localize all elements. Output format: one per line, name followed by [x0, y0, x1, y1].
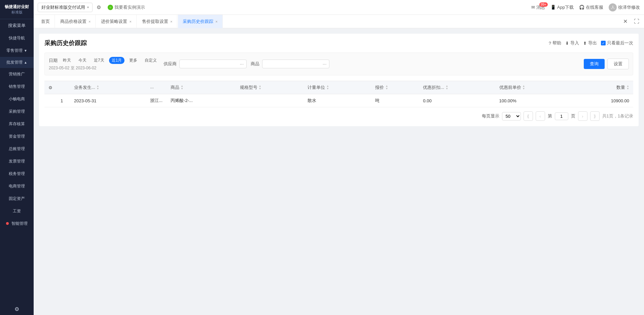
page-input[interactable]	[555, 112, 568, 120]
tab-purchase-price[interactable]: 进价策略设置 ×	[96, 15, 136, 28]
topbar-gear-icon[interactable]: ⚙	[95, 3, 102, 12]
tab-goods-price[interactable]: 商品价格设置 ×	[56, 15, 96, 28]
ledger-label: 总账管理	[9, 146, 25, 152]
supplier-input-wrapper: ···	[179, 60, 247, 68]
data-table: ⚙ 业务发生... ▲▼ ··· 商品 ▲▼	[44, 81, 633, 107]
sidebar-item-assets[interactable]: 固定资产	[0, 193, 34, 205]
ai-dot	[6, 222, 9, 225]
sidebar-item-finance[interactable]: 资金管理	[0, 130, 34, 143]
col-goods[interactable]: 商品 ▲▼	[167, 81, 236, 94]
col-gear[interactable]: ⚙	[44, 81, 57, 94]
date-btn-custom[interactable]: 自定义	[142, 57, 159, 64]
sidebar-item-wholesale[interactable]: 批发管理 ▲	[0, 57, 34, 68]
page-prev-btn[interactable]: ‹	[536, 111, 545, 121]
purchase-label: 采购管理	[9, 109, 25, 114]
import-label: 导入	[570, 40, 579, 46]
sidebar-gear-btn[interactable]: ⚙	[0, 303, 34, 315]
page-first-btn[interactable]: ⟪	[524, 111, 533, 121]
online-service-btn[interactable]: 🎧 在线客服	[579, 4, 603, 10]
tab-sale-price-close[interactable]: ×	[170, 20, 172, 24]
settings-btn[interactable]: 设置	[607, 59, 629, 69]
tab-purchase-price-close[interactable]: ×	[129, 20, 131, 24]
tab-goods-price-close[interactable]: ×	[88, 20, 91, 24]
supplier-dots[interactable]: ···	[240, 61, 244, 67]
sidebar-item-quick-nav[interactable]: 快捷导航	[0, 32, 34, 44]
sidebar-search[interactable]: 搜索菜单	[0, 19, 34, 32]
col-unit[interactable]: 计量单位 ▲▼	[303, 81, 371, 94]
tab-goods-price-label: 商品价格设置	[60, 19, 86, 25]
help-icon: ?	[549, 41, 551, 46]
tab-expand-btn[interactable]: ⛶	[632, 17, 641, 26]
sidebar-item-ledger[interactable]: 总账管理	[0, 143, 34, 155]
supplier-input[interactable]	[182, 62, 240, 67]
date-filter-group: 日期 昨天 今天 近7天 近1月 更多 自定义	[49, 57, 159, 64]
page-next-btn[interactable]: ›	[578, 111, 587, 121]
page-last-btn[interactable]: ⟫	[590, 111, 600, 121]
goods-input-wrapper: ···	[262, 60, 329, 68]
cell-date: 2023-05-31	[70, 94, 146, 107]
import-btn[interactable]: ⬇ 导入	[565, 40, 579, 46]
app-download-btn[interactable]: 📱 App下载	[550, 4, 574, 10]
col-date[interactable]: 业务发生... ▲▼	[70, 81, 146, 94]
sidebar-item-sales[interactable]: 销售管理	[0, 80, 34, 93]
date-btn-yesterday[interactable]: 昨天	[60, 57, 74, 64]
tabs-bar: 首页 商品价格设置 × 进价策略设置 × 售价提取设置 × 采购历史价跟踪 × …	[34, 15, 644, 28]
query-btn[interactable]: 查询	[584, 59, 605, 69]
tab-close-btn[interactable]: ✕	[620, 17, 630, 26]
filter-buttons: 查询 设置	[584, 59, 629, 69]
retail-label: 零售管理	[6, 48, 23, 54]
messages-btn[interactable]: ✉ 消息 99+	[531, 4, 545, 10]
sort-date-icon: ▲▼	[97, 85, 99, 90]
goods-input[interactable]	[265, 62, 322, 67]
sidebar-item-inventory[interactable]: 库存核算	[0, 118, 34, 130]
supplier-label: 供应商	[164, 61, 177, 67]
tab-purchase-history[interactable]: 采购历史价跟踪 ×	[178, 15, 222, 28]
tab-sale-price[interactable]: 售价提取设置 ×	[137, 15, 177, 28]
tab-purchase-history-close[interactable]: ×	[215, 20, 217, 24]
col-quantity[interactable]: 数量 ▲▼	[573, 81, 633, 94]
export-btn[interactable]: ⬆ 导出	[583, 40, 597, 46]
date-btn-today[interactable]: 今天	[76, 57, 89, 64]
user-menu[interactable]: 人 徐泽华修改	[609, 3, 640, 11]
col-discount[interactable]: 优惠折扣... ▲▼	[419, 81, 495, 94]
col-pre-discount[interactable]: 优惠前单价 ▲▼	[495, 81, 573, 94]
sort-spec-icon: ▲▼	[259, 85, 261, 90]
only-last-checkbox[interactable]: 只看最后一次	[601, 40, 633, 46]
date-btn-1month[interactable]: 近1月	[109, 57, 125, 64]
sidebar-item-salary[interactable]: 工资	[0, 205, 34, 217]
goods-dots[interactable]: ···	[323, 61, 327, 67]
page-header: 采购历史价跟踪 ? 帮助 ⬇ 导入 ⬆ 导出	[44, 39, 633, 47]
col-price[interactable]: 报价 ▲▼	[371, 81, 419, 94]
tab-home[interactable]: 首页	[36, 15, 55, 28]
date-btn-more[interactable]: 更多	[127, 57, 140, 64]
date-btn-7days[interactable]: 近7天	[91, 57, 107, 64]
message-icon: ✉	[531, 5, 535, 10]
sidebar-item-ecom[interactable]: 电商管理	[0, 180, 34, 193]
date-buttons: 昨天 今天 近7天 近1月 更多 自定义	[60, 57, 159, 64]
sidebar-item-ai[interactable]: 智能管理	[0, 217, 34, 230]
sidebar-item-retail[interactable]: 零售管理 ▼	[0, 44, 34, 57]
finance-label: 资金管理	[9, 134, 25, 139]
per-page-select[interactable]: 50 100 200	[502, 112, 521, 120]
col-spec[interactable]: 规格型号 ▲▼	[236, 81, 303, 94]
sidebar-item-tax[interactable]: 税务管理	[0, 168, 34, 180]
demo-link[interactable]: ○ 我要看实例演示	[108, 4, 145, 10]
sort-goods-icon: ▲▼	[181, 85, 183, 90]
tab-sale-price-label: 售价提取设置	[142, 19, 168, 25]
marketing-label: 营销推广	[9, 71, 25, 77]
sidebar: 畅捷通好业财 标准版 搜索菜单 快捷导航 零售管理 ▼ 批发管理 ▲ 营销推广 …	[0, 0, 34, 315]
page-actions: ? 帮助 ⬇ 导入 ⬆ 导出 只看最后一次	[549, 40, 633, 46]
help-btn[interactable]: ? 帮助	[549, 40, 561, 46]
retail-arrow: ▼	[24, 49, 27, 53]
sidebar-item-purchase[interactable]: 采购管理	[0, 105, 34, 118]
ecom-small-label: 小畅电商	[9, 96, 25, 102]
col-dots[interactable]: ···	[146, 81, 167, 94]
tax-label: 税务管理	[9, 171, 25, 177]
app-download-icon: 📱	[550, 5, 556, 10]
version-selector[interactable]: 好业财标准版交付试用 ▾	[38, 3, 93, 12]
topbar: 好业财标准版交付试用 ▾ ⚙ ○ 我要看实例演示 ✉ 消息 99+ 📱 App下…	[34, 0, 644, 15]
sidebar-item-ecom-small[interactable]: 小畅电商	[0, 93, 34, 105]
sidebar-item-marketing[interactable]: 营销推广	[0, 68, 34, 80]
topbar-right: ✉ 消息 99+ 📱 App下载 🎧 在线客服 人 徐泽华修改	[531, 3, 640, 11]
sidebar-item-invoice[interactable]: 发票管理	[0, 155, 34, 168]
